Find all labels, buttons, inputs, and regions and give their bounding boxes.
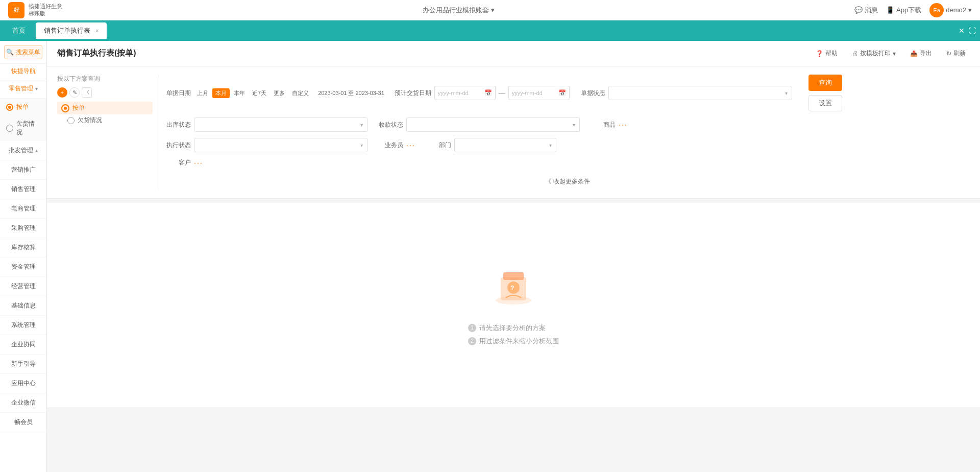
- tab-sales-execution[interactable]: 销售订单执行表 ×: [36, 22, 107, 39]
- query-button[interactable]: 查询: [808, 75, 842, 91]
- payment-status-label: 收款状态: [378, 121, 403, 129]
- refresh-button[interactable]: ↻ 刷新: [942, 47, 970, 60]
- sidebar-item-sales[interactable]: 销售管理: [0, 180, 46, 199]
- sidebar-item-member[interactable]: 畅会员: [0, 413, 46, 432]
- delivery-status-item: 出库状态 ▾: [165, 117, 368, 132]
- tab-home[interactable]: 首页: [4, 22, 34, 39]
- empty-hints: 1 请先选择要分析的方案 2 用过滤条件来缩小分析范围: [468, 321, 559, 348]
- salesperson-label: 业务员: [378, 141, 403, 150]
- filter-row-2: 出库状态 ▾ 收款状态 ▾: [165, 117, 970, 132]
- plan-item-backorder[interactable]: 欠货情况: [57, 114, 153, 126]
- quick-nav-button[interactable]: 快捷导航: [0, 64, 46, 79]
- sidebar-item-appstore[interactable]: 应用中心: [0, 374, 46, 393]
- customer-select-btn[interactable]: ···: [194, 159, 203, 167]
- sidebar-subitem-byorder[interactable]: 按单: [0, 99, 46, 115]
- topbar: 好 畅捷通好生意标账版 办公用品行业模拟账套 ▾ 💬 消息 📱 App下载 Ea…: [0, 0, 980, 20]
- circle-icon: [61, 104, 69, 112]
- date-tab-lastmonth[interactable]: 上月: [194, 88, 211, 98]
- phone-icon: 📱: [886, 6, 894, 14]
- refresh-icon: ↻: [946, 50, 951, 57]
- delivery-status-select[interactable]: ▾: [194, 117, 368, 132]
- empty-state: ? 1 请先选择要分析的方案 2 用过滤条件来缩小分析范围: [47, 203, 980, 407]
- sidebar-item-ecommerce[interactable]: 电商管理: [0, 199, 46, 219]
- date-tab-more[interactable]: 更多: [271, 88, 288, 98]
- circle-icon: [6, 125, 13, 132]
- sidebar-subitem-backorder[interactable]: 欠货情况: [0, 115, 46, 141]
- calendar-icon: 📅: [484, 89, 492, 97]
- goods-label: 商品: [590, 121, 616, 129]
- sidebar-item-ops[interactable]: 经营管理: [0, 277, 46, 296]
- expected-date-filter-item: 预计交货日期 yyyy-mm-dd 📅 — yyyy-mm-dd 📅: [395, 86, 570, 100]
- date-tab-7days[interactable]: 近7天: [249, 88, 270, 98]
- date-tab-custom[interactable]: 自定义: [289, 88, 312, 98]
- sidebar-item-marketing[interactable]: 营销推广: [0, 160, 46, 180]
- sidebar-item-onboarding[interactable]: 新手引导: [0, 355, 46, 374]
- edit-plan-button[interactable]: ✎: [69, 87, 80, 98]
- sidebar-item-base[interactable]: 基础信息: [0, 296, 46, 316]
- filter-row-1: 单据日期 上月 本月 本年 近7天 更多 自定义 2023-03-01 至 20…: [165, 75, 970, 111]
- goods-select-btn[interactable]: ···: [619, 121, 628, 129]
- sidebar-sub-retail: 按单 欠货情况: [0, 99, 46, 141]
- order-status-select[interactable]: ▾: [608, 86, 792, 100]
- expected-date-end-input[interactable]: yyyy-mm-dd 📅: [508, 86, 570, 100]
- sidebar-item-finance[interactable]: 资金管理: [0, 257, 46, 277]
- company-selector[interactable]: 办公用品行业模拟账套 ▾: [423, 6, 495, 15]
- expected-date-label: 预计交货日期: [395, 89, 431, 98]
- sidebar-item-system[interactable]: 系统管理: [0, 316, 46, 335]
- sidebar-item-retail[interactable]: 零售管理 ▾: [0, 79, 46, 99]
- chevron-down-icon: ▾: [968, 6, 972, 14]
- chevron-icon: ▾: [35, 86, 38, 91]
- chevron-down-icon: ▾: [893, 50, 896, 57]
- date-filter-item: 单据日期 上月 本月 本年 近7天 更多 自定义 2023-03-01 至 20…: [165, 88, 384, 98]
- search-menu-button[interactable]: 🔍 搜索菜单: [4, 45, 42, 59]
- sidebar-item-enterprise[interactable]: 企业协同: [0, 335, 46, 355]
- sidebar-item-inventory[interactable]: 库存核算: [0, 238, 46, 257]
- salesperson-select-btn[interactable]: ···: [406, 141, 415, 149]
- retail-label: 零售管理: [9, 84, 33, 93]
- payment-status-select[interactable]: ▾: [406, 117, 580, 132]
- date-label: 单据日期: [165, 89, 191, 98]
- message-btn[interactable]: 💬 消息: [854, 6, 878, 15]
- tab-close-icon[interactable]: ×: [95, 28, 99, 34]
- plan-item-byorder[interactable]: 按单: [57, 102, 153, 114]
- plan-title: 按以下方案查询: [57, 75, 153, 83]
- close-icon[interactable]: ✕: [959, 27, 965, 35]
- user-menu[interactable]: Ea demo2 ▾: [929, 3, 972, 17]
- expected-date-start-input[interactable]: yyyy-mm-dd 📅: [434, 86, 496, 100]
- help-button[interactable]: ❓ 帮助: [812, 47, 842, 60]
- filter-layout: 按以下方案查询 + ✎ 《 按单 欠货情况: [57, 75, 970, 190]
- sidebar-item-wechat[interactable]: 企业微信: [0, 393, 46, 413]
- filter-row-3: 执行状态 ▾ 业务员 ··· 部门: [165, 138, 970, 152]
- exec-status-item: 执行状态 ▾: [165, 138, 368, 152]
- exec-status-select[interactable]: ▾: [194, 138, 368, 152]
- calendar-icon: 📅: [558, 89, 566, 97]
- collapse-sidebar-button[interactable]: 《: [82, 87, 92, 98]
- page-header: 销售订单执行表(按单) ❓ 帮助 🖨 按模板打印 ▾ 📤 导出 ↻ 刷新: [47, 41, 980, 66]
- collapse-more-btn[interactable]: 《 收起更多条件: [165, 173, 970, 190]
- settings-button[interactable]: 设置: [808, 95, 842, 111]
- dept-label: 部门: [426, 141, 451, 150]
- date-tab-thismonth[interactable]: 本月: [212, 88, 230, 98]
- print-button[interactable]: 🖨 按模板打印 ▾: [848, 47, 900, 60]
- dept-select[interactable]: ▾: [454, 138, 556, 152]
- plan-section: 按以下方案查询 + ✎ 《 按单 欠货情况: [57, 75, 159, 190]
- order-status-filter-item: 单据状态 ▾: [580, 86, 792, 100]
- sidebar: 🔍 搜索菜单 快捷导航 零售管理 ▾ 按单 欠货情况 批发管理 ▴: [0, 41, 47, 472]
- export-button[interactable]: 📤 导出: [906, 47, 936, 60]
- sidebar-item-purchase[interactable]: 采购管理: [0, 219, 46, 238]
- filter-row-4: 客户 ···: [165, 158, 970, 167]
- help-icon: ❓: [816, 50, 823, 57]
- sidebar-item-wholesale[interactable]: 批发管理 ▴: [0, 141, 46, 160]
- add-plan-button[interactable]: +: [57, 87, 67, 98]
- main-layout: 🔍 搜索菜单 快捷导航 零售管理 ▾ 按单 欠货情况 批发管理 ▴: [0, 41, 980, 472]
- salesperson-item: 业务员 ···: [378, 141, 415, 150]
- app-download-btn[interactable]: 📱 App下载: [886, 6, 921, 15]
- date-tab-thisyear[interactable]: 本年: [231, 88, 248, 98]
- customer-label: 客户: [165, 158, 191, 167]
- exec-status-label: 执行状态: [165, 141, 191, 150]
- tabbar: 首页 销售订单执行表 × ✕ ⛶: [0, 20, 980, 41]
- expand-icon[interactable]: ⛶: [969, 27, 976, 35]
- empty-illustration: ?: [488, 262, 539, 313]
- chevron-icon: ▴: [35, 148, 38, 153]
- chevron-down-icon: ▾: [785, 90, 788, 96]
